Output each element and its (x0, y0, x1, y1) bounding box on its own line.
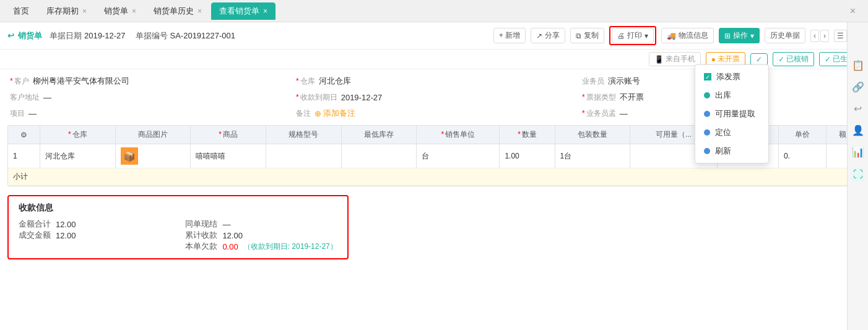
close-inventory-tab[interactable]: × (82, 7, 87, 15)
row-pack-qty: 1台 (555, 144, 630, 168)
tab-sales-history[interactable]: 销货单历史 × (145, 2, 210, 20)
subtotal-label: 小计 (8, 168, 860, 186)
operations-dropdown: ✓ 添发票 出库 可用量提取 定位 刷新 (695, 64, 769, 163)
sidebar-doc-icon[interactable]: 📋 (852, 59, 864, 71)
mobile-status-button[interactable]: 📱 来自手机 (649, 52, 701, 66)
blue-dot-icon-locate (704, 129, 710, 136)
row-quantity: 1.00 (500, 144, 555, 168)
col-min-stock: 最低库存 (341, 126, 417, 144)
nav-arrows: ‹ › (810, 30, 829, 42)
payment-col-right: 同单现结 — 累计收款 12.00 本单欠款 0.00 （收款到期日: 2019… (185, 219, 337, 252)
payment-col-left: 金额合计 12.00 成交金额 12.00 (19, 219, 170, 252)
col-warehouse: 仓库 (40, 126, 115, 144)
doc-date-label: 单据日期 2019-12-27 (50, 30, 126, 41)
operations-dropdown-arrow[interactable]: ▾ (750, 32, 754, 40)
print-dropdown-arrow[interactable]: ▾ (644, 32, 648, 40)
tab-bar: 首页 库存期初 × 销货单 × 销货单历史 × 查看销货单 × × (0, 0, 868, 22)
sidebar-return-icon[interactable]: ↩ (854, 103, 862, 115)
tab-inventory[interactable]: 库存期初 × (38, 2, 95, 20)
payment-title: 收款信息 (19, 202, 337, 214)
close-history-tab[interactable]: × (197, 7, 202, 15)
sidebar-chart-icon[interactable]: 📊 (852, 146, 864, 158)
subtotal-row: 小计 (8, 168, 860, 186)
tab-view-sales[interactable]: 查看销货单 × (211, 2, 276, 20)
print-highlight: 🖨 打印 ▾ (609, 26, 656, 45)
total-amount-row: 金额合计 12.00 (19, 219, 170, 230)
available-qty-item[interactable]: 可用量提取 (695, 105, 768, 123)
right-sidebar: 📋 🔗 ↩ 👤 📊 ⛶ (847, 22, 868, 330)
share-button[interactable]: ↗ 分享 (531, 28, 565, 43)
invoice-type-label: 票据类型 (582, 92, 616, 103)
address-label: 客户地址 (10, 92, 40, 103)
copy-button[interactable]: ⧉ 复制 (570, 28, 604, 43)
locate-item[interactable]: 定位 (695, 123, 768, 142)
deal-amount-row: 成交金额 12.00 (19, 230, 170, 241)
remark-field: 备注 ⊕ 添加备注 (296, 108, 572, 119)
row-num: 1 (8, 144, 40, 168)
close-window-button[interactable]: × (843, 6, 863, 17)
operations-button[interactable]: ⊞ 操作 ▾ (719, 28, 760, 43)
sold-button[interactable]: ✓ 已核销 (773, 52, 814, 66)
sales-order-icon: ↩ (7, 31, 14, 40)
share-icon: ↗ (536, 32, 542, 40)
col-settings[interactable]: ⚙ (8, 126, 40, 144)
next-button[interactable]: › (820, 30, 829, 42)
settings-icon: ⚙ (20, 131, 27, 139)
warehouse-label: 仓库 (296, 76, 315, 87)
sidebar-link-icon[interactable]: 🔗 (852, 81, 864, 93)
mobile-icon: 📱 (654, 55, 664, 64)
close-view-sales-tab[interactable]: × (263, 7, 267, 15)
col-pack-qty: 包装数量 (555, 126, 630, 144)
payment-date-label: 收款到期日 (296, 92, 337, 103)
col-image: 商品图片 (115, 126, 191, 144)
salesperson-label: 业务员孟 (582, 108, 616, 119)
prev-button[interactable]: ‹ (810, 30, 819, 42)
add-invoice-item[interactable]: ✓ 添发票 (695, 67, 768, 86)
row-unit: 台 (417, 144, 500, 168)
close-sales-tab[interactable]: × (132, 7, 136, 15)
doc-meta: 单据日期 2019-12-27 单据编号 SA-20191227-001 (50, 30, 235, 41)
outbound-item[interactable]: 出库 (695, 86, 768, 105)
outstanding-row: 本单欠款 0.00 （收款到期日: 2019-12-27） (185, 241, 337, 252)
history-button[interactable]: 历史单据 (765, 28, 805, 43)
project-value: — (28, 109, 37, 118)
row-unit-price: 0. (778, 144, 826, 168)
customer-label: 客户 (10, 76, 29, 87)
action-toolbar: + 新增 ↗ 分享 ⧉ 复制 🖨 打印 ▾ (493, 26, 861, 45)
payment-date-value: 2019-12-27 (341, 93, 383, 102)
refresh-item[interactable]: 刷新 (695, 142, 768, 160)
check-icon: ✓ (778, 55, 784, 64)
cumulative-row: 累计收款 12.00 (185, 230, 337, 241)
plus-icon: ⊕ (315, 109, 321, 118)
sidebar-user-icon[interactable]: 👤 (852, 124, 864, 136)
row-image: 📦 (115, 144, 191, 168)
row-product: 嘻嘻嘻嘻 (191, 144, 266, 168)
truck-icon: 🚚 (667, 32, 676, 40)
add-remark-button[interactable]: ⊕ 添加备注 (315, 108, 355, 119)
copy-icon: ⧉ (576, 32, 581, 40)
col-quantity: 数量 (500, 126, 555, 144)
box-icon: 📦 (123, 150, 136, 162)
customer-field: 客户 柳州粤港平安气体有限公司 (10, 76, 286, 87)
address-field: 客户地址 — (10, 92, 286, 103)
doc-number-label: 单据编号 SA-20191227-001 (136, 30, 236, 41)
blue-dot-icon-available (704, 111, 710, 117)
logistics-button[interactable]: 🚚 物流信息 (661, 28, 714, 43)
checkbox-icon: ✓ (704, 73, 711, 80)
remark-label: 备注 (296, 108, 311, 119)
payment-grid: 金额合计 12.00 成交金额 12.00 同单现结 — (19, 219, 337, 252)
print-button[interactable]: 🖨 打印 ▾ (612, 28, 654, 43)
tab-home[interactable]: 首页 (5, 2, 37, 20)
doc-title: ↩ 销货单 (7, 30, 42, 41)
grid-icon: ⊞ (724, 32, 731, 40)
sidebar-expand-icon[interactable]: ⛶ (852, 168, 864, 181)
confirm-button[interactable]: ✓ (750, 53, 768, 66)
warehouse-field: 仓库 河北仓库 (296, 76, 572, 87)
invoice-icon: ● (711, 55, 716, 64)
tab-sales[interactable]: 销货单 × (96, 2, 144, 20)
new-button[interactable]: + 新增 (493, 28, 526, 43)
list-view-button[interactable]: ☰ (834, 30, 847, 42)
product-image: 📦 (121, 147, 138, 165)
project-field: 项目 — (10, 108, 286, 119)
warehouse-value: 河北仓库 (319, 76, 351, 87)
